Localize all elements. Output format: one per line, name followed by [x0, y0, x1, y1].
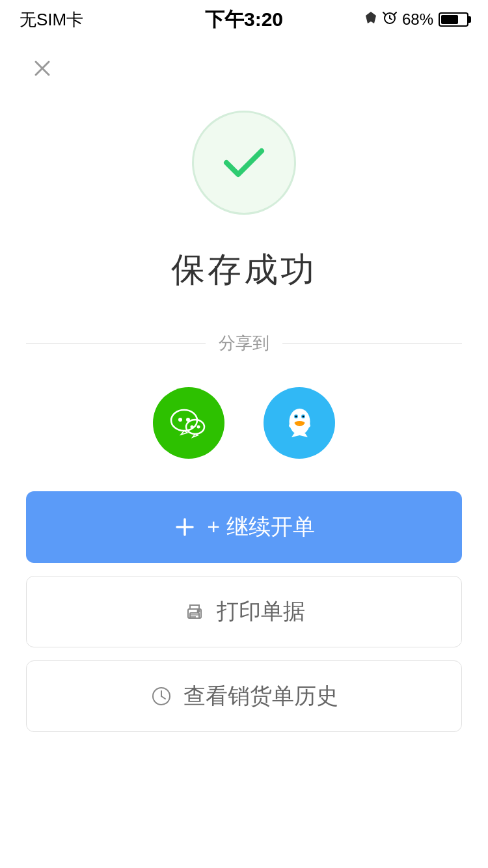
location-icon [364, 10, 377, 29]
history-button-label: 查看销货单历史 [183, 681, 338, 711]
print-button-label: 打印单据 [217, 597, 305, 627]
wechat-share-button[interactable] [153, 387, 224, 459]
alarm-icon [383, 10, 397, 29]
svg-point-16 [295, 415, 297, 417]
svg-point-4 [178, 418, 182, 422]
svg-point-18 [294, 421, 305, 425]
close-button[interactable] [26, 52, 59, 85]
battery-icon [439, 12, 468, 27]
action-buttons: + 继续开单 打印单据 查看销货单历史 [0, 491, 488, 732]
success-icon-circle [192, 111, 296, 215]
status-bar: 无SIM卡 下午3:20 68% [0, 0, 488, 39]
carrier-text: 无SIM卡 [20, 8, 83, 31]
main-content: 保存成功 分享到 [0, 39, 488, 732]
time-display: 下午3:20 [205, 7, 283, 33]
qq-icon [278, 402, 321, 444]
status-left: 无SIM卡 [20, 8, 90, 31]
success-title: 保存成功 [171, 247, 317, 293]
svg-point-7 [190, 425, 193, 428]
print-button[interactable]: 打印单据 [26, 576, 462, 647]
continue-button[interactable]: + 继续开单 [26, 491, 462, 563]
battery-percent: 68% [402, 10, 433, 29]
printer-icon [183, 600, 206, 623]
continue-button-label: + 继续开单 [207, 512, 314, 542]
svg-point-8 [197, 425, 200, 428]
share-divider: 分享到 [26, 332, 462, 355]
checkmark-icon [215, 133, 273, 192]
status-right: 68% [364, 10, 468, 29]
plus-icon [173, 515, 197, 539]
share-icons [26, 387, 462, 459]
svg-point-25 [198, 610, 200, 612]
history-button[interactable]: 查看销货单历史 [26, 660, 462, 732]
svg-point-17 [302, 415, 304, 417]
wechat-icon [168, 402, 210, 444]
svg-rect-22 [190, 613, 199, 618]
clock-icon [150, 685, 173, 708]
qq-share-button[interactable] [264, 387, 335, 459]
svg-line-28 [161, 696, 165, 699]
share-label: 分享到 [219, 332, 269, 355]
share-section: 分享到 [0, 332, 488, 459]
